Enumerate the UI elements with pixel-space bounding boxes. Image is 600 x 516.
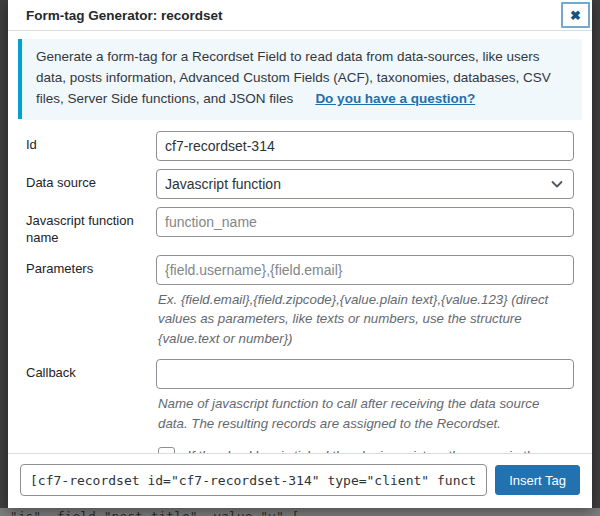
field-row-debugging: Debugging If the checkbox is ticked the … bbox=[26, 444, 574, 453]
info-notice: Generate a form-tag for a Recordset Fiel… bbox=[18, 39, 582, 119]
close-button[interactable]: ✖ bbox=[561, 2, 590, 28]
form-area: Id Data source Javascript function bbox=[18, 131, 582, 453]
chevron-down-icon bbox=[549, 176, 565, 192]
data-source-selected-value: Javascript function bbox=[165, 176, 281, 192]
id-label: Id bbox=[26, 131, 156, 161]
dimmed-background-page: ="js", field="post_title", value="v" [ bbox=[0, 508, 600, 516]
dialog-title: Form-tag Generator: recordset bbox=[26, 8, 223, 23]
js-function-name-label: Javascript function name bbox=[26, 207, 156, 247]
parameters-input[interactable] bbox=[156, 255, 574, 285]
parameters-label: Parameters bbox=[26, 255, 156, 352]
callback-help-text: Name of javascript function to call afte… bbox=[158, 394, 572, 434]
id-input[interactable] bbox=[156, 131, 574, 161]
callback-label: Callback bbox=[26, 359, 156, 436]
insert-tag-button[interactable]: Insert Tag bbox=[495, 465, 580, 495]
close-icon: ✖ bbox=[570, 9, 581, 22]
background-clipped-text: ="js", field="post_title", value="v" [ bbox=[2, 509, 299, 516]
field-row-callback: Callback Name of javascript function to … bbox=[26, 359, 574, 436]
debugging-help-text: If the checkbox is ticked the plugin reg… bbox=[187, 446, 572, 453]
callback-input[interactable] bbox=[156, 359, 574, 389]
data-source-label: Data source bbox=[26, 169, 156, 199]
generated-tag-input[interactable] bbox=[20, 464, 487, 496]
form-tag-generator-dialog: Form-tag Generator: recordset ✖ Generate… bbox=[8, 0, 592, 508]
field-row-js-function-name: Javascript function name bbox=[26, 207, 574, 247]
field-row-parameters: Parameters Ex. {field.email},{field.zipc… bbox=[26, 255, 574, 352]
field-row-data-source: Data source Javascript function bbox=[26, 169, 574, 199]
field-row-id: Id bbox=[26, 131, 574, 161]
dialog-titlebar: Form-tag Generator: recordset ✖ bbox=[8, 0, 592, 31]
dialog-body: Generate a form-tag for a Recordset Fiel… bbox=[8, 31, 592, 453]
js-function-name-input[interactable] bbox=[156, 207, 574, 237]
question-link[interactable]: Do you have a question? bbox=[315, 91, 475, 106]
parameters-help-text: Ex. {field.email},{field.zipcode},{value… bbox=[158, 290, 572, 350]
dialog-footer: Insert Tag bbox=[8, 453, 592, 508]
debugging-label: Debugging bbox=[26, 444, 156, 453]
data-source-select[interactable]: Javascript function bbox=[156, 169, 574, 199]
